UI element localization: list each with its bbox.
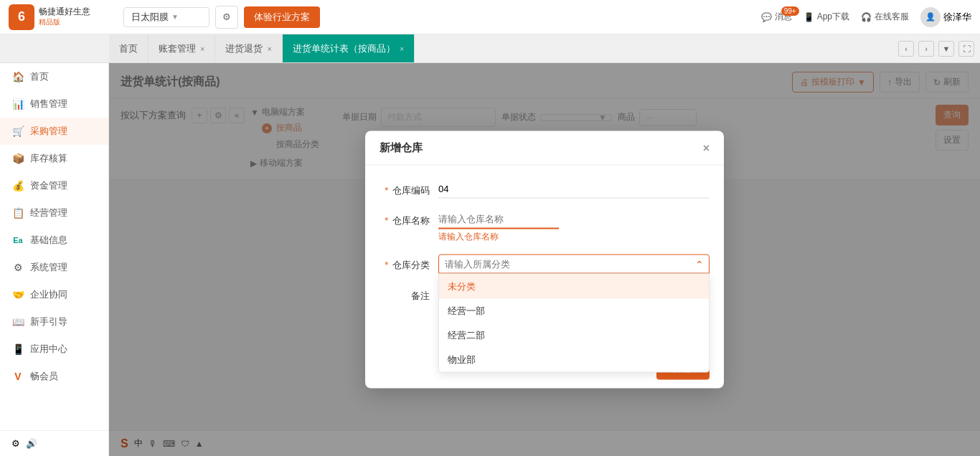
dialog-close-button[interactable]: ×	[703, 141, 710, 154]
tab-account-label: 账套管理	[159, 42, 196, 55]
sidebar-item-finance[interactable]: 💰 资金管理	[0, 172, 108, 199]
sidebar-item-enterprise[interactable]: 🤝 企业协同	[0, 281, 108, 308]
dropdown-item-dept2[interactable]: 经营二部	[439, 323, 709, 348]
store-dropdown-arrow: ▼	[171, 13, 179, 21]
volume-icon: 🔊	[26, 438, 37, 449]
store-name: 日太阳膜	[131, 11, 169, 24]
sidebar-label-apps: 应用中心	[30, 343, 67, 356]
inventory-icon: 📦	[11, 152, 24, 165]
tab-menu[interactable]: ▼	[938, 41, 954, 57]
sidebar-item-system[interactable]: ⚙ 系统管理	[0, 254, 108, 281]
tab-spacer	[415, 34, 892, 62]
tab-account[interactable]: 账套管理 ×	[149, 34, 215, 62]
sidebar-item-apps[interactable]: 📱 应用中心	[0, 336, 108, 363]
messages-button[interactable]: 💬 消息 99+	[761, 11, 792, 23]
tab-purchase-return-close[interactable]: ×	[267, 44, 271, 53]
online-service-label: 在线客服	[875, 11, 909, 23]
app-download-label: App下载	[817, 11, 849, 23]
finance-icon: 💰	[11, 179, 24, 192]
dropdown-item-uncategorized[interactable]: 未分类	[439, 275, 709, 299]
name-required: *	[385, 215, 388, 226]
ops-icon: 📋	[11, 206, 24, 219]
username: 徐泽华	[943, 11, 971, 24]
message-icon: 💬	[761, 12, 772, 22]
sidebar-label-sales: 销售管理	[30, 98, 67, 110]
tab-home[interactable]: 首页	[109, 34, 149, 62]
gear-icon: ⚙	[222, 11, 231, 22]
tab-scroll-right[interactable]: ›	[918, 41, 934, 57]
user-area[interactable]: 👤 徐泽华	[920, 7, 971, 27]
sidebar-item-home[interactable]: 🏠 首页	[0, 63, 108, 90]
category-required: *	[385, 260, 388, 270]
sidebar-label-vip: 畅会员	[30, 370, 58, 383]
warehouse-name-input[interactable]	[438, 210, 559, 229]
dialog-body: * 仓库编码 * 仓库名称 请输入仓库名称	[365, 166, 724, 348]
guide-icon: 📖	[11, 315, 24, 328]
logo-sub: 精品版	[39, 17, 90, 27]
tab-expand[interactable]: ⛶	[958, 41, 974, 57]
code-label: * 仓库编码	[380, 180, 430, 197]
logo-area: 6 畅捷通好生意 精品版	[9, 4, 118, 30]
top-right: 💬 消息 99+ 📱 App下载 🎧 在线客服 👤 徐泽华	[761, 7, 971, 27]
sidebar-label-purchase: 采购管理	[30, 125, 67, 138]
sidebar-label-guide: 新手引导	[30, 315, 67, 328]
tab-home-label: 首页	[119, 42, 138, 55]
tab-controls: ‹ › ▼ ⛶	[892, 34, 980, 62]
sidebar-label-enterprise: 企业协同	[30, 288, 67, 301]
tab-purchase-stats-close[interactable]: ×	[400, 44, 404, 53]
sidebar-label-basicinfo: 基础信息	[30, 234, 67, 247]
form-row-code: * 仓库编码	[380, 180, 710, 199]
gear-button[interactable]: ⚙	[215, 6, 238, 29]
logo-title: 畅捷通好生意	[39, 6, 90, 18]
tab-bar: 首页 账套管理 × 进货退货 × 进货单统计表（按商品） × ‹ › ▼ ⛶	[0, 34, 980, 63]
sidebar-label-finance: 资金管理	[30, 179, 67, 192]
apps-icon: 📱	[11, 343, 24, 356]
purchase-icon: 🛒	[11, 125, 24, 138]
sidebar-label-system: 系统管理	[30, 261, 67, 274]
tab-account-close[interactable]: ×	[200, 44, 204, 53]
new-warehouse-dialog: 新增仓库 × * 仓库编码 * 仓库名称	[365, 131, 724, 389]
name-error-msg: 请输入仓库名称	[438, 231, 710, 243]
warehouse-code-input[interactable]	[438, 180, 710, 199]
sidebar-item-ops[interactable]: 📋 经营管理	[0, 199, 108, 227]
sidebar-item-basicinfo[interactable]: Ea 基础信息	[0, 227, 108, 254]
dialog-title: 新增仓库	[380, 141, 423, 155]
form-row-category: * 仓库分类 ⌃ 未分类 经营一部 经营二部 物业部	[380, 255, 710, 274]
dropdown-item-dept1[interactable]: 经营一部	[439, 299, 709, 323]
home-icon: 🏠	[11, 70, 24, 83]
user-avatar: 👤	[920, 7, 941, 27]
name-label: * 仓库名称	[380, 210, 430, 227]
category-dropdown: 未分类 经营一部 经营二部 物业部	[438, 274, 710, 373]
basicinfo-icon: Ea	[11, 234, 24, 247]
tab-purchase-return-label: 进货退货	[225, 42, 263, 55]
store-selector[interactable]: 日太阳膜 ▼	[123, 7, 209, 27]
sidebar-item-sales[interactable]: 📊 销售管理	[0, 90, 108, 118]
sidebar-item-purchase[interactable]: 🛒 采购管理	[0, 118, 108, 145]
dialog-header: 新增仓库 ×	[365, 131, 724, 166]
sidebar-item-vip[interactable]: V 畅会员	[0, 363, 108, 390]
settings-icon: ⚙	[11, 438, 20, 449]
code-required: *	[385, 185, 388, 196]
app-download-button[interactable]: 📱 App下载	[804, 11, 849, 23]
sidebar-bottom[interactable]: ⚙ 🔊	[0, 430, 108, 456]
sidebar-item-guide[interactable]: 📖 新手引导	[0, 308, 108, 336]
top-bar: 6 畅捷通好生意 精品版 日太阳膜 ▼ ⚙ 体验行业方案 💬 消息 99+ 📱 …	[0, 0, 980, 34]
tab-purchase-stats[interactable]: 进货单统计表（按商品） ×	[283, 34, 415, 62]
main-layout: 🏠 首页 📊 销售管理 🛒 采购管理 📦 库存核算 💰 资金管理 📋 经营管理 …	[0, 63, 980, 456]
sidebar-item-inventory[interactable]: 📦 库存核算	[0, 145, 108, 172]
dropdown-item-property[interactable]: 物业部	[439, 348, 709, 372]
messages-badge: 99+	[781, 6, 799, 16]
tab-purchase-return[interactable]: 进货退货 ×	[215, 34, 282, 62]
phone-icon: 📱	[804, 12, 814, 22]
logo-icon: 6	[9, 4, 34, 30]
online-service-button[interactable]: 🎧 在线客服	[861, 11, 909, 23]
sales-icon: 📊	[11, 98, 24, 110]
trial-button[interactable]: 体验行业方案	[244, 6, 320, 28]
category-input[interactable]	[438, 255, 710, 274]
category-label: * 仓库分类	[380, 255, 430, 272]
logo-text-block: 畅捷通好生意 精品版	[39, 6, 90, 28]
vip-icon: V	[11, 370, 24, 383]
system-icon: ⚙	[11, 261, 24, 274]
tab-scroll-left[interactable]: ‹	[898, 41, 914, 57]
sidebar: 🏠 首页 📊 销售管理 🛒 采购管理 📦 库存核算 💰 资金管理 📋 经营管理 …	[0, 63, 109, 456]
